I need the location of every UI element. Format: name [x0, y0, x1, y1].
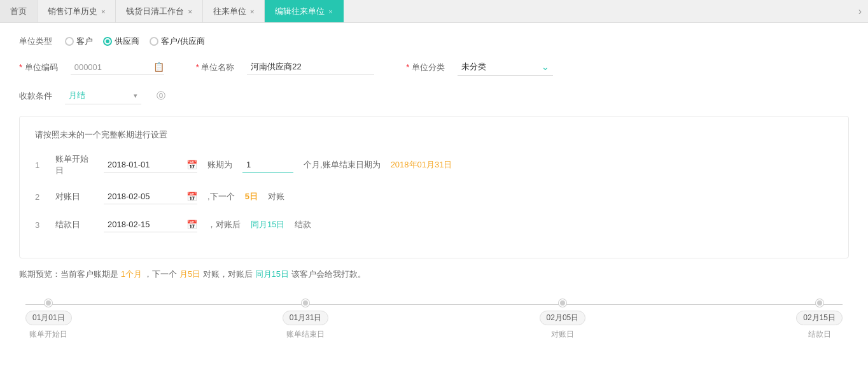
- payment-terms-row: 收款条件 月结 ▾ ⓪: [19, 87, 849, 104]
- radio-customer[interactable]: 客户: [65, 36, 93, 47]
- period-title: 请按照未来的一个完整帐期进行设置: [35, 129, 833, 141]
- category-chevron-icon: ⌄: [542, 62, 549, 72]
- tab-edit-contact[interactable]: 编辑往来单位 ×: [265, 0, 343, 22]
- period-settings-box: 请按照未来的一个完整帐期进行设置 1 账单开始日 📅 账期为 个月,账单结束日期…: [19, 116, 849, 258]
- months-unit-text: 个月,账单结束日期为: [304, 159, 381, 171]
- period-num-1: 1: [35, 160, 45, 170]
- tab-close-contacts[interactable]: ×: [250, 8, 254, 15]
- reconcile-highlight: 5日: [245, 191, 258, 202]
- tab-close-edit[interactable]: ×: [328, 8, 332, 15]
- unit-info-row: 单位编码 📋 单位名称 单位分类 未分类 ⌄: [19, 59, 849, 76]
- radio-supplier[interactable]: 供应商: [103, 36, 139, 47]
- period-row-1: 1 账单开始日 📅 账期为 个月,账单结束日期为 2018年01月31日: [35, 153, 833, 176]
- period-num-2: 2: [35, 192, 45, 202]
- start-date-calendar-icon[interactable]: 📅: [186, 160, 197, 170]
- payment-highlight: 同月15日: [251, 219, 284, 230]
- unit-type-row: 单位类型 客户 供应商 客户/供应商: [19, 36, 849, 47]
- timeline-badge-1: 01月31日: [283, 311, 329, 325]
- timeline-dot-0: [45, 299, 52, 307]
- start-date-wrapper: 📅: [104, 157, 197, 172]
- timeline-item-2: 02月05日 对账日: [540, 299, 586, 340]
- tab-bar: 首页 销售订单历史 × 钱货日清工作台 × 往来单位 × 编辑往来单位 × ›: [0, 0, 868, 23]
- period-row-3: 3 结款日 📅 ，对账后 同月15日 结款: [35, 217, 833, 232]
- main-content: 单位类型 客户 供应商 客户/供应商 单位编码 📋 单位名称 单位分类: [0, 23, 868, 387]
- payment-date-calendar-icon[interactable]: 📅: [186, 220, 197, 230]
- period-label-3: 结款日: [55, 219, 94, 230]
- summary-reconcile-day: 月5日: [179, 269, 200, 279]
- timeline-desc-0: 账单开始日: [29, 329, 67, 340]
- timeline-badge-0: 01月01日: [25, 311, 72, 325]
- radio-circle-both: [150, 37, 158, 46]
- timeline-badge-3: 02月15日: [796, 311, 843, 325]
- period-num-3: 3: [35, 220, 45, 230]
- reconcile-date-calendar-icon[interactable]: 📅: [186, 192, 197, 202]
- reconcile-date-wrapper: 📅: [104, 189, 197, 204]
- tab-close-sales[interactable]: ×: [101, 8, 105, 15]
- unit-type-radio-group: 客户 供应商 客户/供应商: [65, 36, 205, 47]
- period-end-date: 2018年01月31日: [391, 159, 452, 171]
- payment-terms-label: 收款条件: [19, 90, 52, 102]
- payment-terms-value: 月结: [69, 90, 130, 101]
- unit-name-label: 单位名称: [196, 62, 235, 73]
- unit-name-input[interactable]: [247, 60, 374, 75]
- period-label-1: 账单开始日: [55, 153, 94, 176]
- timeline-dot-2: [559, 299, 566, 307]
- unit-code-calendar-icon[interactable]: 📋: [153, 62, 164, 72]
- unit-category-label: 单位分类: [406, 62, 445, 73]
- payment-terms-chevron-icon: ▾: [134, 92, 137, 100]
- timeline-item-1: 01月31日 账单结束日: [283, 299, 329, 340]
- timeline-dot-1: [302, 299, 309, 307]
- summary-months: 1个月: [121, 269, 142, 279]
- reconcile-prefix: ,下一个: [207, 191, 235, 202]
- reconcile-date-input[interactable]: [104, 189, 186, 204]
- payment-date-wrapper: 📅: [104, 217, 197, 232]
- payment-suffix: 结款: [295, 219, 311, 230]
- start-date-input[interactable]: [104, 157, 186, 172]
- period-label-2: 对账日: [55, 191, 94, 202]
- period-row-2: 2 对账日 📅 ,下一个 5日 对账: [35, 189, 833, 204]
- radio-circle-customer: [65, 37, 74, 46]
- tab-sales-history[interactable]: 销售订单历史 ×: [38, 0, 116, 22]
- timeline-desc-1: 账单结束日: [286, 329, 325, 340]
- payment-date-input[interactable]: [104, 217, 186, 232]
- tab-home[interactable]: 首页: [0, 0, 38, 22]
- unit-code-field-wrapper: 📋: [71, 60, 164, 75]
- summary-payment-day: 同月15日: [255, 269, 289, 279]
- unit-category-value: 未分类: [461, 61, 538, 73]
- payment-prefix: ，对账后: [207, 219, 241, 230]
- period-suffix-1: 账期为: [207, 159, 232, 171]
- months-input[interactable]: [242, 157, 293, 172]
- unit-code-input[interactable]: [71, 60, 153, 74]
- unit-category-select[interactable]: 未分类 ⌄: [458, 59, 553, 76]
- unit-code-label: 单位编码: [19, 62, 58, 73]
- unit-type-label: 单位类型: [19, 36, 52, 47]
- tab-contacts[interactable]: 往来单位 ×: [203, 0, 265, 22]
- summary-text: 账期预览：当前客户账期是 1个月 ，下一个 月5日 对账，对账后 同月15日 该…: [19, 269, 849, 280]
- timeline-item-0: 01月01日 账单开始日: [25, 299, 72, 340]
- tab-cashier[interactable]: 钱货日清工作台 ×: [116, 0, 202, 22]
- reconcile-suffix: 对账: [268, 191, 284, 202]
- tab-overflow-arrow[interactable]: ›: [852, 0, 868, 22]
- timeline-items: 01月01日 账单开始日 01月31日 账单结束日 02月05日 对账日 02月…: [19, 299, 849, 340]
- timeline: 01月01日 账单开始日 01月31日 账单结束日 02月05日 对账日 02月…: [19, 293, 849, 346]
- radio-circle-supplier: [103, 37, 112, 46]
- help-icon[interactable]: ⓪: [157, 90, 165, 102]
- timeline-badge-2: 02月05日: [540, 311, 586, 325]
- payment-terms-select[interactable]: 月结 ▾: [65, 87, 141, 104]
- radio-both[interactable]: 客户/供应商: [150, 36, 205, 47]
- timeline-item-3: 02月15日 结款日: [796, 299, 843, 340]
- tab-close-cashier[interactable]: ×: [188, 8, 192, 15]
- timeline-desc-3: 结款日: [808, 329, 831, 340]
- timeline-dot-3: [816, 299, 823, 307]
- timeline-desc-2: 对账日: [551, 329, 574, 340]
